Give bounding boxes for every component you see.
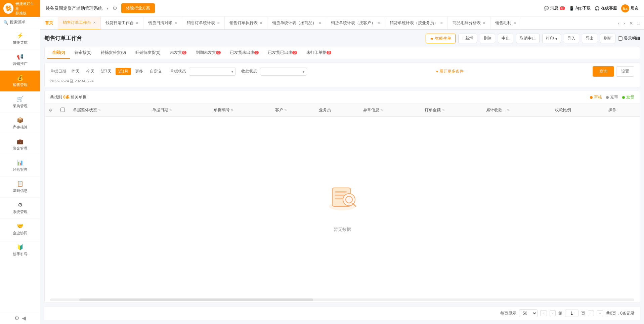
tab-sales-summary-customer[interactable]: 销货单统计表（按客户） ✕ [326,17,385,30]
settings-bottom-icon[interactable]: ⚙ [14,315,19,321]
new-button[interactable]: + 新增 [458,34,477,43]
sidebar-item-inventory[interactable]: 📦 库存核算 [0,113,40,134]
import-button[interactable]: 导入 [564,34,579,43]
revoke-button[interactable]: 充审 [606,94,618,100]
expand-more-button[interactable]: ▾ 展开更多条件 [436,69,464,74]
subtab-shipped-out[interactable]: 已发货已出库0 [263,47,302,59]
sort-amount-icon[interactable]: ⇅ [442,108,445,112]
sidebar-item-guide[interactable]: 🔰 新手引导 [0,240,40,261]
tab-sales-order-stats[interactable]: 销售订单统计表 ✕ [182,17,225,30]
date-btn-custom[interactable]: 自定义 [147,68,165,75]
subtab-shipped-not-out[interactable]: 已发货未出库0 [225,47,264,59]
tab-sales-summary-product[interactable]: 销货单统计表（按商品） ✕ [267,17,326,30]
stop-button[interactable]: 中止 [498,34,513,43]
sidebar-item-quick-nav[interactable]: ⚡ 快捷导航 [0,28,40,49]
sidebar-item-finance[interactable]: 💼 资金管理 [0,134,40,155]
tab-close-cash-recon[interactable]: ✕ [174,21,177,25]
col-settings[interactable]: ⚙ [45,104,56,117]
tab-close-summary-staff[interactable]: ✕ [440,21,443,25]
col-collected: 累计收款... ⇅ [482,104,551,117]
tab-sales-profit[interactable]: 销售毛利 ✕ [490,17,521,30]
sidebar-search[interactable]: 🔍 搜索菜单 [0,17,40,28]
tab-close-all-button[interactable]: ✕ [628,20,635,27]
pagination-prev-button[interactable]: ‹ [550,310,556,316]
subtab-not-printed[interactable]: 未打印单据0 [302,47,336,59]
subtab-not-shipped[interactable]: 未发货0 [165,47,191,59]
subtab-pending-review[interactable]: 待审核(0) [70,47,96,59]
topbar-settings-icon[interactable]: ⚙ [113,5,117,11]
tab-product-margin[interactable]: 商品毛利分析表 ✕ [448,17,490,30]
date-btn-more[interactable]: 更多 [132,68,146,75]
app-download-button[interactable]: 📱 App下载 [569,5,591,11]
tab-sales-summary-staff[interactable]: 销货单统计表（按业务员） ✕ [385,17,448,30]
smart-order-button[interactable]: ★ 智能生单 [426,34,456,43]
guide-icon: 🔰 [17,244,24,250]
tab-close-product-margin[interactable]: ✕ [483,21,485,25]
delete-button[interactable]: 删除 [480,34,495,43]
industry-solution-button[interactable]: 体验行业方案 [121,3,155,13]
sidebar-item-basic-info[interactable]: 📋 基础信息 [0,176,40,198]
audit-button[interactable]: 审核 [590,94,602,100]
date-btn-yesterday[interactable]: 昨天 [69,68,82,75]
sidebar-item-system[interactable]: ⚙ 系统管理 [0,198,40,219]
tab-close-sales-stats[interactable]: ✕ [217,21,220,25]
show-detail-checkbox[interactable] [618,36,622,41]
tab-home[interactable]: 首页 [40,17,58,30]
select-all-checkbox[interactable] [60,108,65,112]
print-button[interactable]: 打印 ▾ [542,34,561,43]
subtab-all[interactable]: 全部(0) [47,47,70,59]
sort-collected-icon[interactable]: ⇅ [507,108,510,112]
subtab-wangpu-pending[interactable]: 旺铺待发货(0) [131,47,165,59]
message-button[interactable]: 💬 消息 6 [544,5,565,11]
subtab-pending-inspection[interactable]: 待拣货验货(0) [96,47,131,59]
subtab-overdue-not-shipped[interactable]: 到期未发货0 [191,47,225,59]
sidebar-item-purchase[interactable]: 🛒 采购管理 [0,92,40,113]
tab-prev-button[interactable]: ‹ [616,20,621,27]
page-size-select[interactable]: 50 10 20 100 [519,309,538,317]
sort-customer-icon[interactable]: ⇅ [284,108,287,112]
pagination-first-button[interactable]: « [540,310,547,316]
collection-select[interactable] [260,68,307,76]
cancel-stop-button[interactable]: 取消中止 [516,34,540,43]
collapse-icon[interactable]: ◀ [22,315,26,321]
pagination-last-button[interactable]: » [597,310,603,316]
sort-status-icon[interactable]: ⇅ [98,108,101,112]
sidebar-item-operations[interactable]: 📊 经营管理 [0,155,40,176]
tab-cash-reconciliation[interactable]: 钱货日清对账 ✕ [143,17,182,30]
tab-close-cash-daily[interactable]: ✕ [136,21,138,25]
deliver-button[interactable]: 发货 [622,94,634,100]
sidebar-item-marketing[interactable]: 📢 营销推广 [0,49,40,71]
tab-cash-daily-workbench[interactable]: 钱货日清工作台 ✕ [101,17,143,30]
status-select[interactable] [189,68,236,76]
tab-close-sales-order-workbench[interactable]: ✕ [93,21,96,25]
sort-date-icon[interactable]: ⇅ [169,108,172,112]
collection-select-wrap [260,68,307,76]
pagination-page-input[interactable] [565,310,578,317]
tab-close-sales-exec[interactable]: ✕ [260,21,262,25]
tab-close-sales-profit[interactable]: ✕ [513,21,516,25]
tab-sales-order-workbench[interactable]: 销售订单工作台 ✕ [58,17,101,30]
tab-next-button[interactable]: › [622,20,627,27]
scrollbar-track[interactable] [50,298,634,301]
date-btn-1month[interactable]: 近1月 [116,68,131,75]
pagination-next-button[interactable]: › [588,310,594,316]
show-detail-label[interactable]: 显示明细 [618,36,640,41]
query-button[interactable]: 查询 [593,66,614,77]
scrollbar-thumb[interactable] [79,298,313,301]
refresh-button[interactable]: 刷新 [600,34,615,43]
sort-abnormal-icon[interactable]: ⇅ [380,108,383,112]
filter-settings-button[interactable]: 设置 [616,66,634,77]
tab-close-summary-customer[interactable]: ✕ [377,21,380,25]
export-button[interactable]: 导出 [582,34,597,43]
date-btn-today[interactable]: 今天 [84,68,97,75]
sidebar-item-cooperation[interactable]: 🤝 企业协同 [0,219,40,240]
tab-restore-button[interactable]: □ [636,20,641,27]
sidebar-item-sales[interactable]: 💰 销售管理 [0,71,40,92]
system-title-dropdown[interactable]: ▾ [106,6,109,11]
date-btn-7days[interactable]: 近7天 [98,68,114,75]
online-service-button[interactable]: 🎧 在线客服 [595,5,617,11]
sort-number-icon[interactable]: ⇅ [231,108,233,112]
user-profile-button[interactable]: Ea 用友 [621,4,639,12]
tab-sales-order-execution[interactable]: 销售订单执行表 ✕ [225,17,267,30]
tab-close-summary-product[interactable]: ✕ [318,21,321,25]
